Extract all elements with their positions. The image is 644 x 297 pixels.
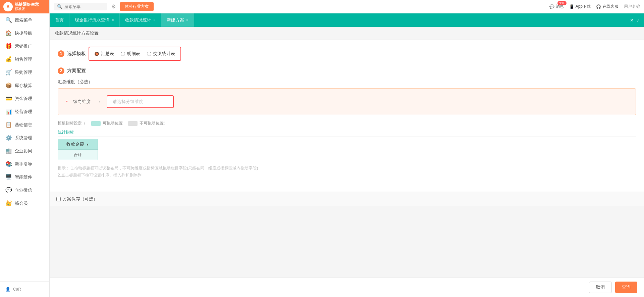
search-box[interactable]: 🔍: [54, 3, 107, 10]
sidebar-item-purchase[interactable]: 🛒 采购管理: [0, 66, 49, 79]
sidebar-item-sales[interactable]: 💰 销售管理: [0, 53, 49, 66]
page-title: 收款情况统计方案设置: [50, 27, 644, 40]
sidebar-item-system[interactable]: ⚙️ 系统管理: [0, 131, 49, 144]
sidebar-item-label: 畅会员: [15, 200, 28, 206]
sidebar-item-quicknav[interactable]: 🏠 快捷导航: [0, 27, 49, 40]
sidebar-item-operation[interactable]: 📊 经营管理: [0, 105, 49, 118]
save-label: 方案保存（可选）: [63, 196, 98, 202]
non-draggable-label: 不可拖动位置）: [140, 120, 168, 126]
tab-cashflow-close[interactable]: ×: [112, 18, 114, 22]
indicator-cell-total[interactable]: 合计: [58, 150, 98, 160]
sidebar-item-search[interactable]: 🔍 搜索菜单: [0, 13, 49, 27]
tab-cashflow[interactable]: 现金银行流水查询 ×: [69, 13, 120, 27]
settings-icon[interactable]: ⚙: [111, 3, 116, 10]
search-icon: 🔍: [57, 4, 62, 9]
sidebar-item-member[interactable]: 👑 畅会员: [0, 197, 49, 210]
username: 用户名称: [624, 4, 640, 9]
industry-btn[interactable]: 体验行业方案: [120, 2, 154, 11]
service-item[interactable]: 🎧 在线客服: [596, 4, 619, 9]
tab-expand-icon[interactable]: ⤢: [636, 18, 640, 23]
save-checkbox[interactable]: [56, 197, 61, 201]
marketing-icon: 🎁: [5, 43, 12, 49]
non-draggable-box: [128, 121, 138, 126]
content-area: 收款情况统计方案设置 1 选择模板 汇总表 明细表: [50, 27, 644, 277]
tab-newplan-label: 新建方案: [167, 17, 184, 23]
hardware-icon: 🖥️: [5, 174, 12, 180]
service-label: 在线客服: [602, 4, 619, 9]
notification-item[interactable]: 💬 消息 99+: [549, 4, 564, 9]
tip2: 2.点击标题栏下拉可设置排序、插入列和删除列: [58, 172, 636, 178]
notification-count: 99+: [557, 1, 567, 5]
indicator-settings: 模板指标设定（ 可拖动位置 不可拖动位置） 统计指标 收款金: [58, 120, 636, 160]
dimension-select[interactable]: 请选择分组维度: [107, 95, 174, 108]
tab-newplan[interactable]: 新建方案 ×: [161, 13, 194, 27]
template-options: 汇总表 明细表 交叉统计表: [89, 47, 181, 61]
vertical-dimension-label: 纵向维度: [73, 99, 91, 105]
radio-cross[interactable]: [147, 52, 151, 56]
cancel-button[interactable]: 取消: [589, 282, 612, 293]
main-area: 🔍 ⚙ 体验行业方案 💬 消息 99+ 📱 App下载 🎧 在线客服 用户名称 …: [50, 0, 644, 297]
logo: B 畅捷通好生意 标准版: [0, 0, 49, 13]
sidebar-item-marketing[interactable]: 🎁 营销推广: [0, 40, 49, 53]
corp-icon: 🏢: [5, 148, 12, 154]
quicknav-icon: 🏠: [5, 30, 12, 36]
tab-cashflow-label: 现金银行流水查询: [75, 17, 110, 23]
download-item[interactable]: 📱 App下载: [569, 4, 591, 9]
step2-title: 方案配置: [67, 68, 86, 74]
sidebar-item-label: 库存核算: [15, 83, 32, 89]
template-cross[interactable]: 交叉统计表: [147, 51, 175, 57]
radio-summary[interactable]: [95, 52, 99, 56]
required-star: *: [66, 99, 68, 104]
finance-icon: 💳: [5, 95, 12, 102]
sidebar-item-inventory[interactable]: 📦 库存核算: [0, 79, 49, 92]
tab-close-icon[interactable]: ✕: [630, 18, 634, 23]
sidebar-item-basic[interactable]: 📋 基础信息: [0, 118, 49, 131]
radio-detail[interactable]: [121, 52, 125, 56]
tab-newplan-close[interactable]: ×: [186, 18, 189, 22]
sidebar-item-wechat[interactable]: 💬 企业微信: [0, 184, 49, 197]
search-input[interactable]: [64, 4, 104, 9]
draggable-label: 可拖动位置: [103, 120, 123, 126]
newbie-icon: 📚: [5, 161, 12, 167]
sidebar-footer: 👤 CaR: [0, 281, 49, 297]
step1-header: 1 选择模板 汇总表 明细表 交叉统计表: [58, 47, 636, 61]
template-summary[interactable]: 汇总表: [95, 51, 114, 57]
sidebar-item-label: 智能硬件: [15, 174, 32, 180]
sidebar-item-label: 基础信息: [15, 122, 32, 128]
tabbar-actions: ✕ ⤢: [626, 13, 644, 27]
sidebar-item-corp[interactable]: 🏢 企业协同: [0, 144, 49, 157]
download-icon: 📱: [569, 4, 574, 9]
system-icon: ⚙️: [5, 135, 12, 141]
sales-icon: 💰: [5, 56, 12, 62]
sidebar-item-newbie[interactable]: 📚 新手引导: [0, 157, 49, 170]
cell-label-total: 合计: [74, 152, 82, 158]
sidebar-item-finance[interactable]: 💳 资金管理: [0, 92, 49, 105]
notification-icon: 💬: [549, 4, 554, 9]
sidebar-footer-item-1[interactable]: 👤 CaR: [0, 284, 49, 294]
indicator-cell-amount[interactable]: 收款金额 ▼: [58, 139, 98, 150]
tab-receipt[interactable]: 收款情况统计 ×: [120, 13, 161, 27]
step1-num: 1: [58, 50, 64, 57]
template-detail[interactable]: 明细表: [121, 51, 140, 57]
cell-label-amount: 收款金额: [66, 141, 84, 147]
step2-section: 2 方案配置 汇总维度（必选） * 纵向维度 → 请选择分组维度 模板指标设定（: [58, 67, 636, 178]
tab-receipt-close[interactable]: ×: [153, 18, 156, 22]
indicator-legend: 模板指标设定（ 可拖动位置 不可拖动位置）: [58, 120, 636, 126]
wechat-icon: 💬: [5, 187, 12, 193]
sidebar-item-label: 系统管理: [15, 135, 32, 141]
service-icon: 🎧: [596, 4, 601, 9]
tab-home[interactable]: 首页: [50, 13, 69, 27]
sidebar-item-hardware[interactable]: 🖥️ 智能硬件: [0, 170, 49, 184]
sidebar-menu: 🔍 搜索菜单 🏠 快捷导航 🎁 营销推广 💰 销售管理 🛒 采购管理 📦 库存核…: [0, 13, 49, 281]
save-option[interactable]: 方案保存（可选）: [56, 196, 98, 202]
purchase-icon: 🛒: [5, 69, 12, 76]
draggable-box: [91, 121, 101, 126]
step2-header: 2 方案配置: [58, 67, 636, 74]
legend-draggable: 可拖动位置: [91, 120, 123, 126]
indicator-settings-label: 模板指标设定（: [58, 120, 86, 126]
sidebar-item-label: 企业协同: [15, 148, 32, 154]
sidebar-item-label: 销售管理: [15, 56, 32, 62]
step1-section: 1 选择模板 汇总表 明细表 交叉统计表: [58, 47, 636, 61]
tab-home-label: 首页: [55, 17, 64, 23]
query-button[interactable]: 查询: [615, 282, 637, 293]
